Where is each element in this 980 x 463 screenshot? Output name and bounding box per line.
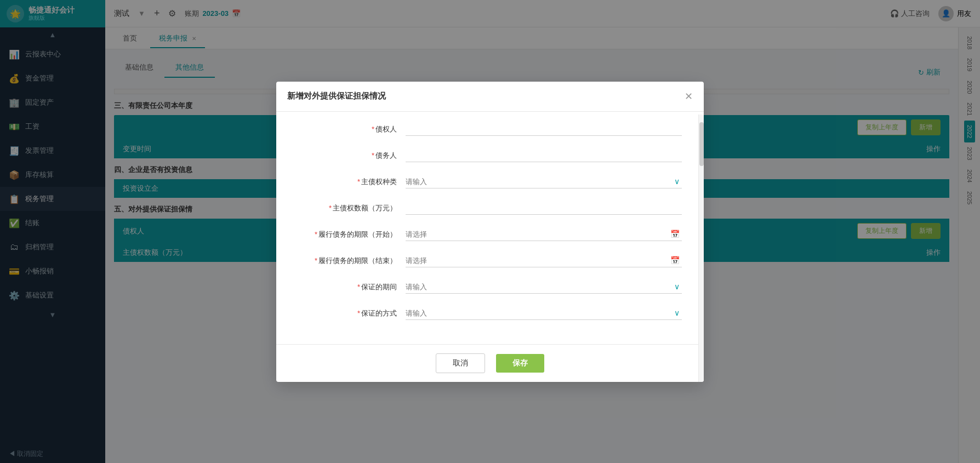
dialog-header: 新增对外提供保证担保情况 ✕ bbox=[276, 82, 704, 112]
debtor-label: *债务人 bbox=[298, 151, 397, 161]
save-button[interactable]: 保存 bbox=[496, 354, 544, 373]
period-start-field-row: *履行债务的期限（开始） 📅 bbox=[298, 228, 682, 241]
debtor-field-row: *债务人 bbox=[298, 149, 682, 162]
claim-type-input[interactable] bbox=[406, 175, 672, 188]
guarantee-period-field-row: *保证的期间 ∨ bbox=[298, 281, 682, 294]
guarantee-method-chevron-icon[interactable]: ∨ bbox=[672, 308, 682, 317]
period-end-input[interactable] bbox=[406, 254, 668, 267]
claim-type-chevron-icon[interactable]: ∨ bbox=[672, 177, 682, 186]
period-start-input[interactable] bbox=[406, 228, 668, 241]
claim-amount-field-row: *主债权数额（万元） bbox=[298, 202, 682, 215]
guarantee-period-input[interactable] bbox=[406, 281, 672, 293]
dialog-footer: 取消 保存 bbox=[276, 344, 704, 382]
period-start-date-wrap: 📅 bbox=[406, 228, 682, 241]
claim-type-field-row: *主债权种类 ∨ bbox=[298, 175, 682, 188]
period-start-label: *履行债务的期限（开始） bbox=[298, 230, 397, 239]
guarantee-method-input[interactable] bbox=[406, 307, 672, 319]
modal-overlay[interactable]: 新增对外提供保证担保情况 ✕ *债权人 *债务人 bbox=[0, 0, 980, 463]
dialog-body: *债权人 *债务人 *主债权种类 bbox=[276, 112, 704, 344]
claim-amount-input-wrap bbox=[406, 202, 682, 215]
guarantee-period-label: *保证的期间 bbox=[298, 282, 397, 292]
dialog-scrollbar[interactable] bbox=[698, 115, 704, 382]
dialog-title: 新增对外提供保证担保情况 bbox=[287, 91, 386, 101]
creditor-field-row: *债权人 bbox=[298, 123, 682, 136]
period-end-field-row: *履行债务的期限（结束） 📅 bbox=[298, 254, 682, 267]
debtor-input[interactable] bbox=[406, 149, 682, 162]
period-start-calendar-icon[interactable]: 📅 bbox=[668, 230, 682, 238]
guarantee-method-field-row: *保证的方式 ∨ bbox=[298, 307, 682, 320]
period-end-date-wrap: 📅 bbox=[406, 254, 682, 267]
debtor-input-wrap bbox=[406, 149, 682, 162]
creditor-input[interactable] bbox=[406, 123, 682, 136]
guarantee-method-label: *保证的方式 bbox=[298, 308, 397, 318]
guarantee-period-chevron-icon[interactable]: ∨ bbox=[672, 282, 682, 291]
dialog-scrollbar-thumb bbox=[699, 122, 704, 166]
creditor-input-wrap bbox=[406, 123, 682, 136]
guarantee-method-select-wrap: ∨ bbox=[406, 307, 682, 320]
claim-type-label: *主债权种类 bbox=[298, 177, 397, 187]
creditor-label: *债权人 bbox=[298, 124, 397, 134]
cancel-button[interactable]: 取消 bbox=[436, 353, 485, 373]
period-end-label: *履行债务的期限（结束） bbox=[298, 256, 397, 266]
claim-type-select-wrap: ∨ bbox=[406, 175, 682, 188]
claim-amount-input[interactable] bbox=[406, 202, 682, 215]
period-end-calendar-icon[interactable]: 📅 bbox=[668, 256, 682, 265]
guarantee-period-select-wrap: ∨ bbox=[406, 281, 682, 294]
claim-amount-label: *主债权数额（万元） bbox=[298, 203, 397, 213]
add-guarantee-dialog: 新增对外提供保证担保情况 ✕ *债权人 *债务人 bbox=[276, 82, 704, 382]
dialog-close-button[interactable]: ✕ bbox=[685, 90, 693, 102]
